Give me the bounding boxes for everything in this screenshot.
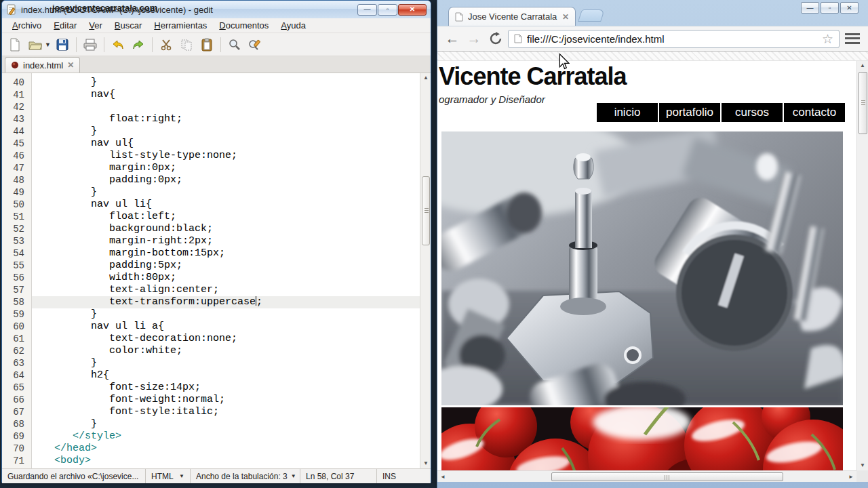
search-icon[interactable] bbox=[226, 36, 243, 54]
url-text[interactable]: file:///C:/josevicente/index.html bbox=[527, 33, 817, 45]
page-viewport[interactable]: Vicente Carratala ogramador y Diseñador … bbox=[437, 61, 868, 482]
code-line-44[interactable]: } bbox=[32, 125, 420, 138]
chrome-window: — ▫ ✕ Jose Vicente Carratala ✕ ← → file:… bbox=[437, 0, 868, 488]
menu-item-herramientas[interactable]: Herramientas bbox=[148, 19, 213, 32]
new-tab-button[interactable] bbox=[578, 9, 605, 22]
nav-button-cursos[interactable]: cursos bbox=[722, 103, 783, 122]
browser-tab[interactable]: Jose Vicente Carratala ✕ bbox=[448, 7, 576, 26]
browser-vscroll-thumb[interactable] bbox=[859, 72, 867, 134]
code-line-66[interactable]: font-weight:normal; bbox=[32, 394, 420, 406]
search-replace-icon[interactable] bbox=[246, 36, 264, 54]
code-line-55[interactable]: padding:5px; bbox=[32, 260, 420, 272]
code-line-43[interactable]: float:right; bbox=[32, 113, 420, 125]
code-line-41[interactable]: nav{ bbox=[32, 89, 420, 101]
chrome-tab-strip[interactable]: — ▫ ✕ Jose Vicente Carratala ✕ bbox=[437, 0, 868, 26]
code-editor[interactable]: 4041424344454647484950515253545556575859… bbox=[2, 73, 431, 468]
status-message: Guardando el archivo «C:\josevice... bbox=[2, 469, 146, 483]
browser-scroll-right-icon[interactable]: ► bbox=[846, 471, 856, 482]
code-line-62[interactable]: color:white; bbox=[32, 345, 420, 357]
reload-button[interactable] bbox=[486, 29, 505, 48]
editor-scrollbar-thumb[interactable] bbox=[422, 176, 430, 245]
address-bar[interactable]: file:///C:/josevicente/index.html ☆ bbox=[508, 30, 840, 48]
code-line-63[interactable]: } bbox=[32, 357, 420, 369]
scroll-up-icon[interactable]: ▲ bbox=[420, 73, 431, 83]
new-document-icon[interactable] bbox=[6, 36, 24, 54]
chrome-maximize-button[interactable]: ▫ bbox=[821, 2, 839, 14]
code-line-71[interactable]: <body> bbox=[32, 455, 420, 467]
gedit-maximize-button[interactable]: ▫ bbox=[378, 4, 397, 16]
paste-icon[interactable] bbox=[198, 36, 216, 54]
tab-index-html[interactable]: index.html ✕ bbox=[5, 57, 80, 73]
menu-item-ayuda[interactable]: Ayuda bbox=[275, 19, 312, 32]
browser-scroll-left-icon[interactable]: ◄ bbox=[437, 471, 448, 482]
save-icon[interactable] bbox=[54, 36, 71, 54]
cut-icon[interactable] bbox=[157, 36, 175, 54]
code-line-65[interactable]: font-size:14px; bbox=[32, 382, 420, 394]
open-dropdown-icon[interactable]: ▼ bbox=[45, 41, 51, 48]
menu-item-buscar[interactable]: Buscar bbox=[108, 19, 148, 32]
code-line-52[interactable]: background:black; bbox=[32, 223, 420, 235]
chrome-bottom-frame bbox=[437, 482, 868, 487]
menu-item-archivo[interactable]: Archivo bbox=[6, 19, 47, 32]
language-selector[interactable]: HTML▼ bbox=[146, 469, 191, 483]
code-line-58[interactable]: text-transform:uppercase; bbox=[32, 296, 420, 308]
nav-button-contacto[interactable]: contacto bbox=[784, 103, 845, 122]
code-lines[interactable]: } nav{ float:right; } nav ul{ list-style… bbox=[32, 73, 420, 468]
code-line-57[interactable]: text-align:center; bbox=[32, 284, 420, 296]
menu-item-documentos[interactable]: Documentos bbox=[213, 19, 275, 32]
code-line-69[interactable]: </style> bbox=[32, 430, 420, 443]
browser-hscroll-thumb[interactable] bbox=[551, 472, 783, 481]
code-line-64[interactable]: h2{ bbox=[32, 369, 420, 382]
gedit-titlebar[interactable]: index.html (BOOTCAMP (C:) \josevicente) … bbox=[2, 1, 431, 18]
browser-scroll-down-icon[interactable]: ▼ bbox=[857, 461, 868, 470]
bookmark-star-icon[interactable]: ☆ bbox=[822, 31, 833, 47]
code-line-59[interactable]: } bbox=[32, 308, 420, 321]
code-line-47[interactable]: margin:0px; bbox=[32, 162, 420, 174]
code-line-50[interactable]: nav ul li{ bbox=[32, 199, 420, 211]
code-line-67[interactable]: font-style:italic; bbox=[32, 406, 420, 418]
menu-item-ver[interactable]: Ver bbox=[83, 19, 108, 32]
code-line-49[interactable]: } bbox=[32, 186, 420, 199]
print-icon[interactable] bbox=[81, 36, 99, 54]
scroll-down-icon[interactable]: ▼ bbox=[420, 459, 431, 468]
code-line-45[interactable]: nav ul{ bbox=[32, 138, 420, 150]
gedit-minimize-button[interactable]: — bbox=[357, 4, 377, 16]
line-number: 60 bbox=[2, 321, 31, 333]
browser-tab-close-icon[interactable]: ✕ bbox=[562, 12, 569, 22]
editor-vertical-scrollbar[interactable]: ▲ ▼ bbox=[420, 73, 431, 468]
menu-item-editar[interactable]: Editar bbox=[47, 19, 83, 32]
browser-vertical-scrollbar[interactable]: ▲ ▼ bbox=[856, 61, 868, 470]
code-line-42[interactable] bbox=[32, 101, 420, 113]
copy-icon[interactable] bbox=[178, 36, 195, 54]
browser-scroll-up-icon[interactable]: ▲ bbox=[857, 61, 868, 70]
code-line-56[interactable]: width:80px; bbox=[32, 272, 420, 284]
line-number: 56 bbox=[2, 272, 31, 284]
code-line-68[interactable]: } bbox=[32, 418, 420, 430]
gedit-status-bar: Guardando el archivo «C:\josevice... HTM… bbox=[2, 468, 431, 483]
code-line-60[interactable]: nav ul li a{ bbox=[32, 321, 420, 333]
code-line-48[interactable]: padding:0px; bbox=[32, 174, 420, 186]
code-line-46[interactable]: list-style-type:none; bbox=[32, 150, 420, 162]
open-file-icon[interactable] bbox=[26, 36, 44, 54]
undo-icon[interactable] bbox=[109, 36, 127, 54]
chrome-menu-icon[interactable] bbox=[845, 33, 860, 44]
browser-horizontal-scrollbar[interactable]: ◄ ► bbox=[437, 470, 856, 482]
tab-width-selector[interactable]: Ancho de la tabulación: 3▼ bbox=[191, 469, 300, 483]
chrome-close-button[interactable]: ✕ bbox=[840, 2, 859, 14]
code-line-53[interactable]: margin-right:2px; bbox=[32, 235, 420, 247]
redo-icon[interactable] bbox=[130, 36, 147, 54]
code-line-61[interactable]: text-decoration:none; bbox=[32, 333, 420, 345]
code-line-51[interactable]: float:left; bbox=[32, 211, 420, 223]
code-line-40[interactable]: } bbox=[32, 77, 420, 89]
back-button[interactable]: ← bbox=[443, 29, 462, 48]
chrome-minimize-button[interactable]: — bbox=[801, 2, 819, 14]
nav-button-inicio[interactable]: inicio bbox=[597, 103, 658, 122]
line-number: 58 bbox=[2, 296, 31, 308]
forward-button[interactable]: → bbox=[465, 29, 484, 48]
tab-close-icon[interactable]: ✕ bbox=[67, 60, 74, 70]
nav-button-portafolio[interactable]: portafolio bbox=[659, 103, 720, 122]
code-line-70[interactable]: </head> bbox=[32, 443, 420, 455]
gedit-close-button[interactable]: ✕ bbox=[398, 4, 427, 16]
line-number: 67 bbox=[2, 406, 31, 418]
code-line-54[interactable]: margin-bottom:15px; bbox=[32, 247, 420, 260]
